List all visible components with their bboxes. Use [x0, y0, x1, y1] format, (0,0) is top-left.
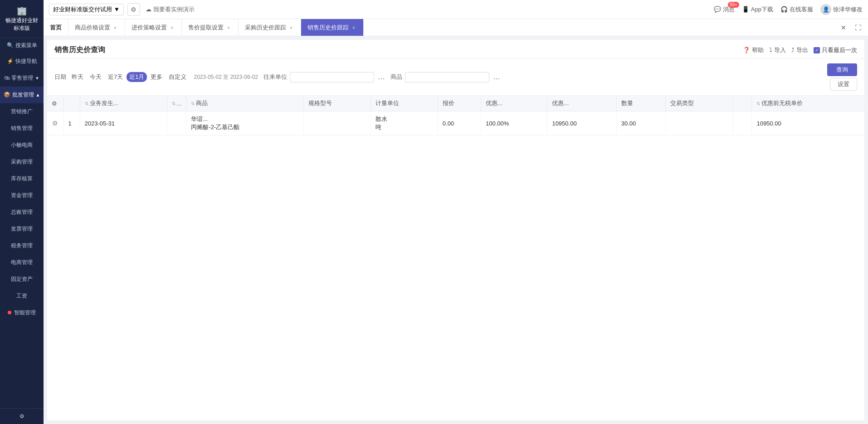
- demo-link[interactable]: ☁ 我要看实例演示: [146, 5, 195, 14]
- tab-purchase-strategy[interactable]: 进价策略设置 ×: [125, 19, 182, 36]
- tab-home-label: 首页: [50, 24, 62, 32]
- messages-button[interactable]: 💬 消息 99+: [714, 5, 735, 14]
- date-range-display: 2023-05-02 至 2023-06-02: [194, 73, 258, 81]
- tabs-maximize-button[interactable]: ⛶: [852, 21, 864, 34]
- page-header: 销售历史价查询 ❓ 帮助 ⤵ 导入 ⤴ 导出 ✓ 只看最后一次: [47, 40, 864, 59]
- topbar: 好业财标准版交付试用 ▼ ⚙ ☁ 我要看实例演示 💬 消息 99+ 📱 App下…: [44, 0, 868, 19]
- sidebar-item-retail[interactable]: 🛍 零售管理 ▼: [0, 70, 44, 87]
- th-gear[interactable]: ⚙: [47, 96, 63, 111]
- sidebar-item-payroll[interactable]: 工资: [0, 288, 44, 304]
- tab-home[interactable]: 首页: [44, 19, 68, 36]
- sidebar-settings-button[interactable]: ⚙: [0, 408, 44, 424]
- th-discount-amt: 优惠...: [547, 96, 616, 111]
- sidebar-item-smart[interactable]: 智能管理: [0, 304, 44, 321]
- date-opt-today[interactable]: 今天: [87, 72, 104, 82]
- tab-purchase-history[interactable]: 采购历史价跟踪 ×: [239, 19, 301, 36]
- row-gear-cell[interactable]: ⚙: [47, 111, 63, 135]
- settings-icon: ⚙: [20, 413, 24, 419]
- tab-close-button[interactable]: ×: [112, 24, 118, 31]
- th-discount-pct: 优惠...: [481, 96, 547, 111]
- tab-close-button[interactable]: ×: [225, 24, 232, 31]
- search-menu[interactable]: 🔍 搜索菜单: [0, 38, 44, 53]
- row-txn-type: [666, 111, 733, 135]
- row-dots: [167, 111, 186, 135]
- row-pretax-price: 10950.00: [752, 111, 864, 135]
- sidebar-item-invoice[interactable]: 发票管理: [0, 221, 44, 237]
- th-product[interactable]: ⇅ 商品: [186, 96, 304, 111]
- tab-product-price[interactable]: 商品价格设置 ×: [68, 19, 125, 36]
- date-label: 日期: [54, 73, 66, 81]
- sidebar-item-tax[interactable]: 税务管理: [0, 237, 44, 254]
- sidebar-item-general-ledger[interactable]: 总账管理: [0, 204, 44, 221]
- product-input[interactable]: [405, 72, 489, 82]
- th-seq: [63, 96, 80, 111]
- sidebar-item-finance[interactable]: 资金管理: [0, 187, 44, 204]
- sidebar-item-purchase[interactable]: 采购管理: [0, 154, 44, 170]
- customer-dots-button[interactable]: …: [378, 73, 385, 81]
- tab-label: 售价提取设置: [188, 24, 224, 32]
- th-pretax-price: ⇅ 优惠前无税单价: [752, 96, 864, 111]
- sidebar-item-sales[interactable]: 销售管理: [0, 120, 44, 137]
- product-label: 商品: [390, 73, 402, 81]
- th-biz-date[interactable]: ⇅ 业务发生...: [80, 96, 167, 111]
- tab-label: 商品价格设置: [75, 24, 110, 32]
- sidebar-item-wholesale[interactable]: 📦 批发管理 ▲: [0, 87, 44, 103]
- row-spec: [304, 111, 371, 135]
- sort-icon: ⇅: [756, 101, 760, 106]
- tab-sale-extract[interactable]: 售价提取设置 ×: [182, 19, 239, 36]
- th-spacer: [732, 96, 752, 111]
- row-seq: 1: [63, 111, 80, 135]
- sidebar-item-marketing[interactable]: 营销推广: [0, 103, 44, 120]
- data-table: ⚙ ⇅ 业务发生... ⇅ ...: [47, 96, 864, 135]
- sidebar-item-ecommerce[interactable]: 电商管理: [0, 254, 44, 271]
- tab-label: 销售历史价跟踪: [307, 24, 349, 32]
- th-spec: 规格型号: [304, 96, 371, 111]
- date-opt-last1m[interactable]: 近1月: [127, 72, 147, 82]
- date-opt-yesterday[interactable]: 昨天: [69, 72, 86, 82]
- wholesale-icon: 📦: [4, 92, 10, 98]
- sidebar-item-ecommerce-small[interactable]: 小畅电商: [0, 137, 44, 154]
- demo-icon: ☁: [146, 6, 151, 13]
- th-qty: 数量: [616, 96, 665, 111]
- query-button[interactable]: 查询: [827, 63, 857, 76]
- date-opt-more[interactable]: 更多: [148, 72, 165, 82]
- topbar-settings-button[interactable]: ⚙: [127, 3, 140, 16]
- import-icon: ⤵: [769, 47, 772, 53]
- row-gear-icon: ⚙: [52, 120, 58, 127]
- content-area: 销售历史价查询 ❓ 帮助 ⤵ 导入 ⤴ 导出 ✓ 只看最后一次: [47, 40, 864, 420]
- app-download-button[interactable]: 📱 App下载: [742, 5, 773, 14]
- tab-close-button[interactable]: ×: [288, 24, 294, 31]
- customer-label: 往来单位: [263, 73, 287, 81]
- sidebar-item-fixed-assets[interactable]: 固定资产: [0, 271, 44, 288]
- date-opt-last7[interactable]: 近7天: [105, 72, 126, 82]
- product-dots-button[interactable]: …: [493, 73, 500, 81]
- date-opt-custom[interactable]: 自定义: [166, 72, 189, 82]
- tab-close-button[interactable]: ×: [169, 24, 175, 31]
- tab-label: 采购历史价跟踪: [245, 24, 286, 32]
- chevron-up-icon: ▲: [36, 92, 40, 97]
- online-service-button[interactable]: 🎧 在线客服: [780, 5, 813, 14]
- sidebar-item-quicknav[interactable]: ⚡ 快捷导航: [0, 53, 44, 70]
- page-actions: ❓ 帮助 ⤵ 导入 ⤴ 导出 ✓ 只看最后一次: [743, 46, 857, 54]
- tabs-close-button[interactable]: ✕: [837, 21, 850, 34]
- version-select[interactable]: 好业财标准版交付试用 ▼: [49, 4, 124, 15]
- table-header-row: ⚙ ⇅ 业务发生... ⇅ ...: [47, 96, 864, 111]
- tab-close-button[interactable]: ×: [351, 24, 357, 31]
- user-menu[interactable]: 👤 徐泽华修改: [820, 4, 863, 15]
- help-button[interactable]: ❓ 帮助: [743, 46, 764, 54]
- tab-sale-history[interactable]: 销售历史价跟踪 ×: [301, 19, 364, 36]
- row-discount-pct: 100.00%: [481, 111, 547, 135]
- gear-icon: ⚙: [131, 6, 137, 13]
- only-last-checkbox[interactable]: ✓ 只看最后一次: [814, 46, 857, 54]
- export-button[interactable]: ⤴ 导出: [791, 46, 808, 54]
- setting-button[interactable]: 设置: [830, 78, 857, 91]
- sidebar-item-inventory[interactable]: 库存核算: [0, 170, 44, 187]
- filter-bar: 日期 昨天 今天 近7天 近1月 更多 自定义 2023-05-02 至 202…: [47, 59, 864, 96]
- th-dots[interactable]: ⇅ ...: [167, 96, 186, 111]
- import-button[interactable]: ⤵ 导入: [769, 46, 786, 54]
- row-spacer: [732, 111, 752, 135]
- table-row[interactable]: ⚙ 1 2023-05-31 华谊... 丙烯酸-2-乙基己酯 散水 吨: [47, 111, 864, 135]
- gear-icon: ⚙: [52, 100, 57, 107]
- row-qty: 30.00: [616, 111, 665, 135]
- customer-input[interactable]: [290, 72, 374, 82]
